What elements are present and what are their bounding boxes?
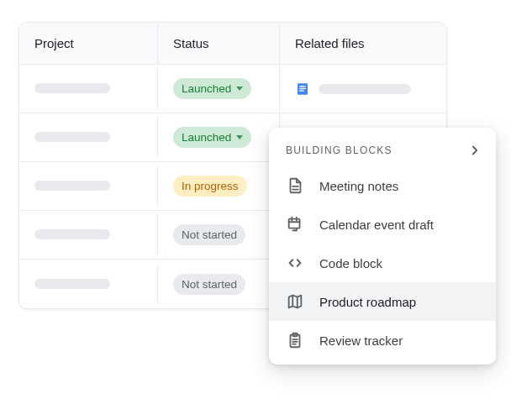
project-cell[interactable] [19,165,158,207]
menu-item-doc[interactable]: Meeting notes [269,166,496,205]
doc-icon [286,176,304,195]
menu-item-calendar[interactable]: Calendar event draft [269,205,496,244]
menu-title: BUILDING BLOCKS [286,144,392,156]
status-cell: Not started [158,211,280,259]
svg-rect-2 [299,88,306,89]
placeholder-bar [34,181,110,191]
files-cell[interactable] [280,67,446,110]
status-pill[interactable]: Not started [173,224,245,245]
placeholder-bar [34,279,110,289]
status-cell: In progress [158,162,280,210]
project-cell[interactable] [19,68,158,109]
status-cell: Not started [158,260,280,308]
placeholder-bar [34,132,110,142]
menu-item-label: Meeting notes [319,179,398,193]
status-label: Launched [182,131,231,144]
placeholder-bar [34,229,110,239]
status-pill[interactable]: Not started [173,274,245,295]
status-pill[interactable]: Launched [173,127,251,148]
status-cell: Launched [158,113,280,161]
svg-rect-6 [289,219,300,228]
placeholder-bar [34,83,110,93]
menu-item-label: Review tracker [319,333,403,348]
svg-marker-11 [289,296,302,308]
chevron-down-icon [236,135,243,139]
status-pill[interactable]: In progress [173,176,247,197]
project-cell[interactable] [19,117,158,158]
menu-item-label: Code block [319,256,382,270]
calendar-icon [286,215,304,234]
svg-rect-1 [299,86,306,87]
status-pill[interactable]: Launched [173,78,251,99]
google-doc-icon [295,81,310,97]
status-label: Not started [182,278,237,291]
project-cell[interactable] [19,264,158,305]
menu-item-label: Product roadmap [319,295,416,309]
chevron-right-icon [467,143,482,158]
project-cell[interactable] [19,214,158,255]
status-label: In progress [182,180,239,192]
map-icon [286,292,304,311]
status-label: Launched [182,82,231,95]
table-header-row: Project Status Related files [19,23,446,65]
menu-header[interactable]: BUILDING BLOCKS [269,133,496,166]
code-icon [286,254,304,272]
column-header-project: Project [19,23,158,64]
menu-item-code[interactable]: Code block [269,244,496,282]
column-header-status: Status [158,23,280,64]
status-cell: Launched [158,65,280,113]
svg-rect-3 [299,91,303,92]
clipboard-icon [286,331,304,349]
chevron-down-icon [236,87,243,91]
column-header-files: Related files [280,23,446,64]
menu-item-label: Calendar event draft [319,218,434,232]
placeholder-bar [319,84,411,94]
menu-item-clipboard[interactable]: Review tracker [269,321,496,360]
building-blocks-menu: BUILDING BLOCKS Meeting notesCalendar ev… [269,128,496,365]
status-label: Not started [182,228,237,241]
table-row: Launched [19,65,446,113]
menu-item-map[interactable]: Product roadmap [269,282,496,321]
